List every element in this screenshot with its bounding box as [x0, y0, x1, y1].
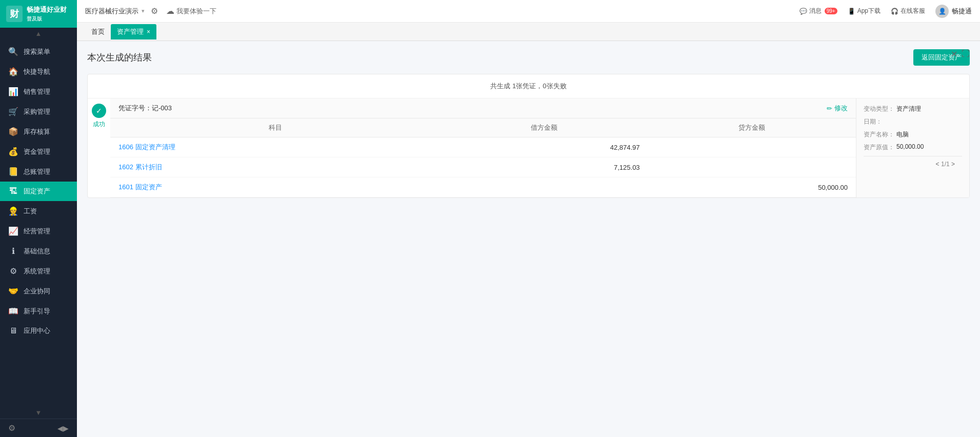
search-nav-icon: 🔍 [8, 47, 18, 56]
original-value-label: 资产原值： [864, 143, 894, 152]
sidebar-toggle-icon[interactable]: ◀▶ [57, 424, 69, 432]
tab-bar: 首页 资产管理 × [77, 23, 980, 41]
tab-home[interactable]: 首页 [85, 24, 111, 39]
table-row: 1606 固定资产清理 42,874.97 [110, 137, 856, 157]
sidebar-item-inventory[interactable]: 📦 库存核算 [0, 122, 77, 142]
sidebar-item-label: 销售管理 [24, 87, 50, 96]
sidebar-item-operations[interactable]: 📈 经营管理 [0, 221, 77, 241]
credit-cell [648, 137, 856, 157]
sidebar-item-label: 经营管理 [24, 227, 50, 236]
sidebar-item-label: 采购管理 [24, 107, 50, 116]
success-label: 成功 [93, 120, 105, 129]
guide-nav-icon: 📖 [8, 306, 18, 316]
date-row: 日期： [864, 117, 962, 126]
sidebar-item-label: 搜索菜单 [24, 47, 50, 56]
scroll-down-btn[interactable]: ▼ [0, 407, 77, 419]
sidebar-item-system[interactable]: ⚙ 系统管理 [0, 261, 77, 281]
sidebar-item-label: 库存核算 [24, 127, 50, 136]
status-icon-wrap: ✓ 成功 [92, 104, 106, 129]
change-type-row: 变动类型： 资产清理 [864, 105, 962, 113]
app-download-btn[interactable]: 📱 App下载 [848, 7, 881, 15]
messages-btn[interactable]: 💬 消息 99+ [799, 7, 837, 15]
enterprise-nav-icon: 🤝 [8, 286, 18, 296]
tab-asset-management[interactable]: 资产管理 × [111, 24, 156, 39]
success-circle: ✓ [92, 104, 106, 118]
col-header-debit: 借方金额 [440, 118, 648, 137]
voucher-table: 科目 借方金额 贷方金额 1606 固定资产清理 42,874.97 [110, 118, 856, 197]
user-name: 畅捷通 [952, 7, 972, 16]
sidebar-bottom: ⚙ ◀▶ [0, 419, 77, 437]
asset-name-row: 资产名称： 电脑 [864, 130, 962, 139]
voucher-side-panel: 变动类型： 资产清理 日期： 资产名称： 电脑 资产原值： 50,000.00 [856, 98, 969, 197]
tab-close-icon[interactable]: × [147, 28, 150, 35]
sidebar-item-sales[interactable]: 📊 销售管理 [0, 82, 77, 102]
sidebar-item-fixed-assets[interactable]: 🏗 固定资产 [0, 182, 77, 201]
change-type-value: 资产清理 [896, 105, 921, 113]
cloud-icon: ☁ [166, 6, 174, 16]
sidebar-item-basic-info[interactable]: ℹ 基础信息 [0, 241, 77, 261]
prev-page-btn[interactable]: < [936, 161, 939, 168]
voucher-section: ✓ 成功 凭证字号：记-003 ✏ 修改 [88, 98, 969, 197]
subject-link[interactable]: 1601 固定资产 [118, 183, 162, 191]
voucher-no: 凭证字号：记-003 [118, 104, 172, 113]
settings-bottom-icon[interactable]: ⚙ [8, 423, 15, 433]
purchase-nav-icon: 🛒 [8, 107, 18, 116]
inventory-nav-icon: 📦 [8, 127, 18, 136]
window-controls: ✕ ⛶ [951, 49, 970, 59]
subject-link[interactable]: 1602 累计折旧 [118, 163, 162, 171]
sidebar-item-label: 新手引导 [24, 307, 50, 316]
sidebar-item-label: 应用中心 [24, 326, 50, 335]
tab-active-label: 资产管理 [117, 27, 144, 36]
expand-icon[interactable]: ⛶ [962, 49, 970, 59]
system-nav-icon: ⚙ [8, 266, 18, 276]
phone-icon: 📱 [848, 8, 855, 15]
topbar-settings-icon[interactable]: ⚙ [151, 6, 158, 16]
assets-nav-icon: 🏗 [8, 187, 18, 196]
page-header: 本次生成的结果 返回固定资产 [87, 49, 970, 66]
sidebar-item-search[interactable]: 🔍 搜索菜单 [0, 42, 77, 62]
summary-text: 共生成 1张凭证，0张失败 [490, 82, 566, 90]
sidebar-item-label: 工资 [24, 207, 37, 216]
scroll-up-btn[interactable]: ▲ [0, 28, 77, 39]
credit-cell [648, 157, 856, 177]
voucher-main: 凭证字号：记-003 ✏ 修改 科目 借方金额 贷方金额 [110, 98, 856, 197]
main-area: 医疗器械行业演示 ▾ ⚙ ☁ 我要体验一下 💬 消息 99+ 📱 App下载 🎧… [77, 0, 980, 437]
close-icon[interactable]: ✕ [951, 49, 957, 59]
tab-home-label: 首页 [91, 28, 105, 35]
ops-nav-icon: 📈 [8, 226, 18, 236]
sidebar-item-enterprise[interactable]: 🤝 企业协同 [0, 281, 77, 301]
sidebar-item-ledger[interactable]: 📒 总账管理 [0, 162, 77, 182]
sidebar-item-label: 基础信息 [24, 247, 50, 256]
online-support-btn[interactable]: 🎧 在线客服 [891, 7, 925, 15]
edit-button[interactable]: ✏ 修改 [827, 104, 848, 113]
col-header-subject: 科目 [110, 118, 440, 137]
date-label: 日期： [864, 117, 882, 126]
messages-badge: 99+ [825, 8, 837, 14]
col-header-credit: 贷方金额 [648, 118, 856, 137]
pagination: < 1/1 > [864, 156, 962, 172]
edit-label: 修改 [834, 104, 848, 113]
sidebar-item-purchase[interactable]: 🛒 采购管理 [0, 102, 77, 122]
trial-btn[interactable]: ☁ 我要体验一下 [166, 6, 216, 16]
sidebar-item-finance[interactable]: 💰 资金管理 [0, 142, 77, 162]
sidebar-item-appstore[interactable]: 🖥 应用中心 [0, 321, 77, 341]
sidebar-item-quicknav[interactable]: 🏠 快捷导航 [0, 62, 77, 82]
sidebar-item-label: 资金管理 [24, 147, 50, 156]
asset-name-value: 电脑 [896, 130, 909, 139]
sidebar-item-payroll[interactable]: 👷 工资 [0, 201, 77, 221]
page-info: 1/1 [941, 161, 951, 168]
next-page-btn[interactable]: > [951, 161, 955, 168]
user-menu[interactable]: 👤 畅捷通 [935, 5, 972, 18]
sidebar-item-label: 快捷导航 [24, 67, 50, 76]
sales-nav-icon: 📊 [8, 87, 18, 96]
sidebar-item-label: 企业协同 [24, 287, 50, 296]
subject-link[interactable]: 1606 固定资产清理 [118, 143, 175, 151]
avatar: 👤 [935, 5, 949, 18]
sidebar-item-guide[interactable]: 📖 新手引导 [0, 301, 77, 321]
sidebar: 财 畅捷通好业财 普及版 ▲ 🔍 搜索菜单 🏠 快捷导航 📊 销售管理 🛒 采购… [0, 0, 77, 437]
home-nav-icon: 🏠 [8, 67, 18, 76]
finance-nav-icon: 💰 [8, 147, 18, 156]
original-value-row: 资产原值： 50,000.00 [864, 143, 962, 152]
page-content: 本次生成的结果 返回固定资产 ✕ ⛶ 共生成 1张凭证，0张失败 ✓ 成功 [77, 41, 980, 437]
company-selector[interactable]: 医疗器械行业演示 ▾ [85, 7, 145, 16]
